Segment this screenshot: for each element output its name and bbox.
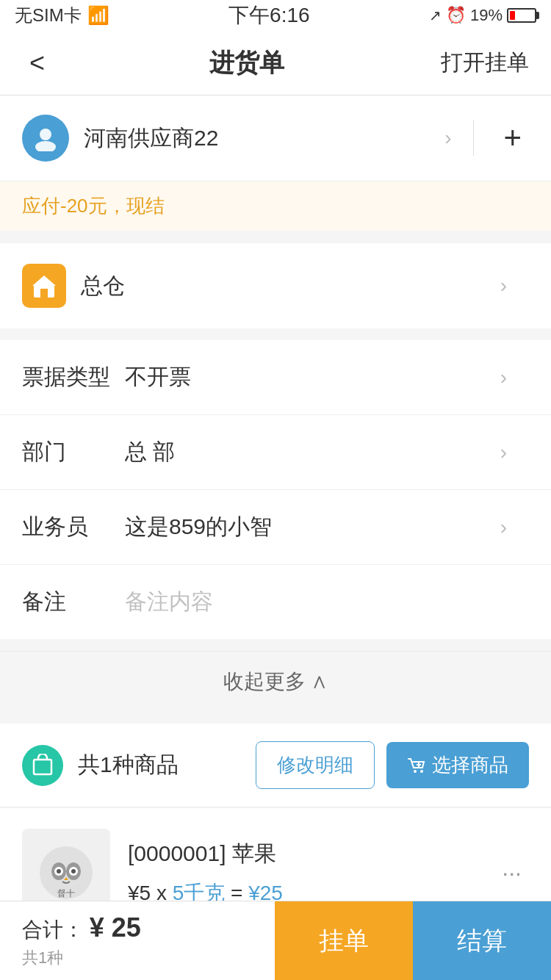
svg-point-15 bbox=[57, 869, 61, 873]
person-icon bbox=[32, 125, 59, 151]
product-details: [0000001] 苹果 ¥5 x 5千克 = ¥25 bbox=[128, 839, 494, 907]
department-label: 部门 bbox=[22, 437, 110, 467]
chevron-right-icon: › bbox=[500, 366, 507, 389]
open-pending-button[interactable]: 打开挂单 bbox=[441, 48, 529, 78]
svg-point-7 bbox=[420, 770, 423, 773]
product-name: [0000001] 苹果 bbox=[128, 839, 494, 869]
battery-percent: 19% bbox=[470, 6, 503, 25]
supplier-name: 河南供应商22 bbox=[84, 123, 444, 154]
remark-row[interactable]: 备注 备注内容 bbox=[0, 565, 551, 639]
total-label: 合计： bbox=[22, 918, 84, 941]
add-supplier-button[interactable]: + bbox=[496, 120, 529, 156]
salesperson-value: 这是859的小智 bbox=[125, 512, 500, 542]
product-count: 共1种商品 bbox=[78, 750, 256, 780]
invoice-type-row[interactable]: 票据类型 不开票 › bbox=[0, 340, 551, 415]
invoice-type-value: 不开票 bbox=[125, 362, 500, 392]
remark-value: 备注内容 bbox=[125, 587, 529, 617]
total-amount: ¥ 25 bbox=[90, 912, 141, 943]
svg-text:督十: 督十 bbox=[57, 888, 75, 898]
battery-icon bbox=[507, 8, 536, 23]
status-time: 下午6:16 bbox=[228, 1, 310, 29]
chevron-right-icon: › bbox=[500, 441, 507, 464]
status-bar: 无SIM卡 📶 下午6:16 ↗ ⏰ 19% bbox=[0, 0, 551, 31]
back-button[interactable]: < bbox=[22, 40, 52, 86]
supplier-avatar bbox=[22, 115, 69, 162]
supplier-section: 河南供应商22 › + 应付-20元，现结 bbox=[0, 96, 551, 231]
department-row[interactable]: 部门 总 部 › bbox=[0, 415, 551, 490]
supplier-info-banner: 应付-20元，现结 bbox=[0, 181, 551, 231]
salesperson-label: 业务员 bbox=[22, 512, 110, 542]
divider bbox=[473, 120, 474, 156]
warehouse-row[interactable]: 总仓 › bbox=[0, 242, 551, 328]
svg-point-0 bbox=[40, 129, 51, 140]
bottom-bar: 合计： ¥ 25 共1种 挂单 结算 bbox=[0, 901, 551, 980]
cart-icon bbox=[407, 756, 426, 775]
select-product-label: 选择商品 bbox=[432, 752, 508, 778]
svg-rect-5 bbox=[34, 760, 51, 774]
edit-details-button[interactable]: 修改明细 bbox=[256, 741, 375, 789]
svg-point-16 bbox=[71, 869, 76, 873]
alarm-icon: ⏰ bbox=[446, 6, 466, 25]
location-icon: ↗ bbox=[429, 7, 442, 24]
wifi-icon: 📶 bbox=[87, 5, 109, 26]
product-code: [0000001] bbox=[128, 841, 232, 865]
department-value: 总 部 bbox=[125, 437, 500, 467]
salesperson-row[interactable]: 业务员 这是859的小智 › bbox=[0, 490, 551, 565]
nav-bar: < 进货单 打开挂单 bbox=[0, 31, 551, 96]
total-sub-label: 共1种 bbox=[22, 947, 253, 969]
invoice-type-label: 票据类型 bbox=[22, 362, 110, 392]
page-title: 进货单 bbox=[209, 46, 284, 80]
warehouse-name: 总仓 bbox=[81, 271, 500, 301]
svg-rect-4 bbox=[40, 289, 48, 298]
svg-point-1 bbox=[35, 141, 56, 151]
chevron-right-icon: › bbox=[500, 516, 507, 539]
collapse-button[interactable]: 收起更多 ∧ bbox=[0, 651, 551, 712]
products-icon bbox=[22, 745, 63, 786]
total-row: 合计： ¥ 25 bbox=[22, 912, 253, 944]
product-title: 苹果 bbox=[232, 841, 276, 865]
warehouse-icon bbox=[22, 264, 66, 308]
chevron-right-icon: › bbox=[444, 126, 451, 150]
status-left: 无SIM卡 📶 bbox=[15, 4, 109, 27]
main-content: 河南供应商22 › + 应付-20元，现结 总仓 › 票据类型 不开票 › bbox=[0, 96, 551, 980]
more-options-button[interactable]: ··· bbox=[494, 860, 529, 887]
products-header: 共1种商品 修改明细 选择商品 bbox=[0, 724, 551, 807]
status-right: ↗ ⏰ 19% bbox=[429, 6, 536, 25]
select-product-button[interactable]: 选择商品 bbox=[386, 742, 529, 788]
carrier-text: 无SIM卡 bbox=[15, 4, 82, 27]
total-section: 合计： ¥ 25 共1种 bbox=[0, 912, 275, 969]
chevron-right-icon: › bbox=[500, 274, 507, 298]
svg-point-6 bbox=[414, 770, 417, 773]
settle-button[interactable]: 结算 bbox=[413, 901, 551, 981]
owl-logo: 督十 bbox=[37, 843, 96, 902]
form-section: 票据类型 不开票 › 部门 总 部 › 业务员 这是859的小智 › 备注 备注… bbox=[0, 340, 551, 639]
remark-label: 备注 bbox=[22, 587, 110, 617]
svg-marker-3 bbox=[32, 275, 56, 286]
supplier-row[interactable]: 河南供应商22 › + bbox=[0, 96, 551, 181]
hang-order-button[interactable]: 挂单 bbox=[275, 901, 413, 981]
warehouse-section: 总仓 › bbox=[0, 242, 551, 328]
